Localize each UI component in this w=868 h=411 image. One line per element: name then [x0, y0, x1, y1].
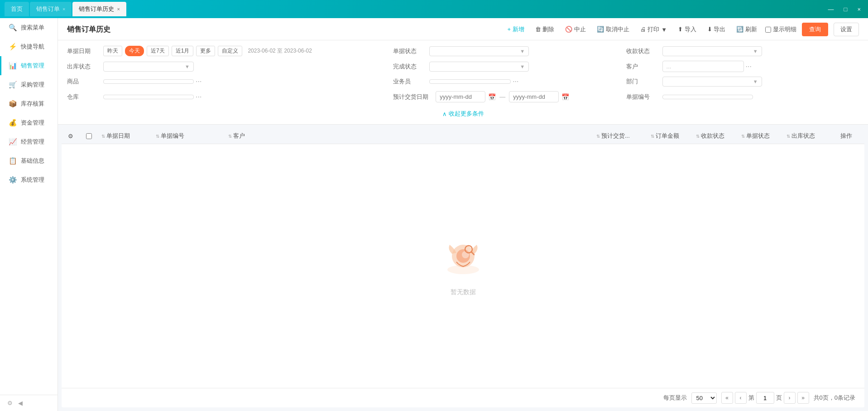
- sidebar-item-search-menu[interactable]: 🔍 搜索菜单: [0, 18, 58, 37]
- delete-button[interactable]: 🗑 删除: [532, 24, 557, 35]
- sidebar-settings-icon[interactable]: ⚙: [7, 400, 13, 406]
- bill-status-select[interactable]: ▼: [429, 46, 529, 56]
- col-amount-header[interactable]: ⇅ 订单金额: [647, 132, 692, 140]
- delivery-date-to[interactable]: [509, 91, 559, 102]
- window-close[interactable]: ×: [854, 5, 863, 14]
- bill-number-input[interactable]: [662, 95, 753, 99]
- complete-status-chevron: ▼: [520, 64, 525, 69]
- col-date-header[interactable]: ⇅ 单据日期: [98, 132, 152, 140]
- print-button[interactable]: 🖨 打印 ▼: [638, 24, 670, 35]
- export-button[interactable]: ⬇ 导出: [705, 24, 729, 35]
- customer-dots[interactable]: ...: [667, 63, 671, 70]
- sort-receipt-icon: ⇅: [696, 134, 700, 139]
- sidebar-item-basic-info[interactable]: 📋 基础信息: [0, 151, 58, 170]
- calendar-from-icon[interactable]: 📅: [488, 93, 496, 101]
- sidebar-item-quick-nav[interactable]: ⚡ 快捷导航: [0, 37, 58, 56]
- calendar-to-icon[interactable]: 📅: [561, 93, 569, 101]
- filter-date-col: 单据日期 昨天 今天 近7天 近1月 更多 自定义 2023-06-02 至 2…: [67, 46, 393, 56]
- customer-dots-btn[interactable]: ···: [744, 63, 753, 71]
- cancel-stop-button[interactable]: 🔄 取消中止: [594, 24, 632, 35]
- settings-button[interactable]: 设置: [834, 23, 859, 36]
- empty-text: 暂无数据: [451, 288, 476, 296]
- svg-point-3: [462, 251, 469, 258]
- tab-sales-order[interactable]: 销售订单 ×: [30, 2, 72, 16]
- department-label: 部门: [626, 77, 662, 86]
- warehouse-label: 仓库: [67, 93, 103, 101]
- top-bar: 首页 销售订单 × 销售订单历史 × — □ ×: [0, 0, 868, 18]
- quick-nav-icon: ⚡: [9, 43, 17, 51]
- tab-sales-order-history[interactable]: 销售订单历史 ×: [72, 2, 126, 16]
- date-more-btn[interactable]: 更多: [196, 46, 215, 56]
- show-detail-checkbox[interactable]: [765, 27, 771, 33]
- window-minimize[interactable]: —: [825, 5, 837, 14]
- stop-button[interactable]: 🚫 中止: [562, 24, 589, 35]
- col-receipt-header[interactable]: ⇅ 收款状态: [692, 132, 738, 140]
- date-1month-btn[interactable]: 近1月: [172, 46, 194, 56]
- filter-row-3: 商品 ··· 业务员 ··· 部门: [67, 77, 859, 87]
- sidebar-item-finance[interactable]: 💰 资金管理: [0, 113, 58, 132]
- sidebar-item-quick-nav-label: 快捷导航: [21, 43, 44, 51]
- query-button[interactable]: 查询: [802, 23, 828, 36]
- date-today-btn[interactable]: 今天: [125, 46, 144, 56]
- next-page-btn[interactable]: ›: [784, 392, 796, 404]
- col-stock-header[interactable]: ⇅ 出库状态: [783, 132, 828, 140]
- salesperson-dots-btn[interactable]: ···: [511, 77, 520, 86]
- salesperson-input[interactable]: [429, 79, 511, 84]
- department-select[interactable]: ▼: [662, 77, 762, 87]
- date-yesterday-btn[interactable]: 昨天: [103, 46, 122, 56]
- sidebar-item-inventory[interactable]: 📦 库存核算: [0, 94, 58, 113]
- tab-sales-order-close[interactable]: ×: [62, 6, 65, 12]
- sidebar-item-purchase[interactable]: 🛒 采购管理: [0, 75, 58, 94]
- empty-illustration: [441, 236, 486, 281]
- sidebar-collapse-icon[interactable]: ◀: [18, 400, 23, 406]
- filter-warehouse-col: 仓库 ···: [67, 93, 393, 101]
- col-number-header[interactable]: ⇅ 单据编号: [152, 132, 225, 140]
- bill-status-label: 单据状态: [393, 47, 429, 55]
- col-customer-header[interactable]: ⇅ 客户: [225, 132, 593, 140]
- complete-status-select[interactable]: ▼: [429, 62, 529, 72]
- product-label: 商品: [67, 77, 103, 86]
- sidebar: 🔍 搜索菜单 ⚡ 快捷导航 📊 销售管理 🛒 采购管理 📦 库存核算 💰 资金管…: [0, 18, 58, 411]
- col-check[interactable]: [80, 133, 98, 139]
- new-button[interactable]: + 新增: [505, 24, 527, 35]
- prev-page-btn[interactable]: ‹: [735, 392, 747, 404]
- product-input[interactable]: [103, 79, 194, 84]
- filter-section: 单据日期 昨天 今天 近7天 近1月 更多 自定义 2023-06-02 至 2…: [58, 40, 868, 125]
- sort-stock-icon: ⇅: [786, 134, 790, 139]
- filter-bill-number-col: 单据编号: [626, 93, 859, 101]
- sidebar-item-sales[interactable]: 📊 销售管理: [0, 56, 58, 75]
- date-custom-btn[interactable]: 自定义: [218, 46, 242, 56]
- operations-icon: 📈: [9, 138, 17, 146]
- date-7days-btn[interactable]: 近7天: [147, 46, 169, 56]
- window-maximize[interactable]: □: [841, 5, 850, 14]
- warehouse-input[interactable]: [103, 95, 194, 99]
- collapse-btn[interactable]: ∧ 收起更多条件: [67, 107, 859, 119]
- import-button[interactable]: ⬆ 导入: [675, 24, 699, 35]
- page-number-input[interactable]: [756, 392, 774, 404]
- receipt-status-chevron: ▼: [753, 48, 758, 54]
- select-all-checkbox[interactable]: [86, 133, 92, 139]
- tab-home[interactable]: 首页: [5, 2, 29, 16]
- customer-input[interactable]: ...: [662, 61, 744, 72]
- refresh-button[interactable]: 🔃 刷新: [734, 24, 760, 35]
- col-delivery-header[interactable]: ⇅ 预计交货...: [593, 132, 647, 140]
- col-bill-header[interactable]: ⇅ 单据状态: [738, 132, 783, 140]
- col-settings[interactable]: ⚙: [62, 133, 80, 140]
- tab-sales-order-history-close[interactable]: ×: [117, 6, 120, 12]
- stock-out-select[interactable]: ▼: [103, 62, 194, 72]
- delivery-date-label: 预计交货日期: [393, 93, 434, 101]
- delivery-date-from[interactable]: [436, 91, 485, 102]
- page-title: 销售订单历史: [67, 25, 110, 34]
- warehouse-dots-btn[interactable]: ···: [194, 93, 203, 101]
- receipt-status-select[interactable]: ▼: [662, 46, 762, 56]
- filter-salesperson-col: 业务员 ···: [393, 77, 626, 86]
- sidebar-item-operations[interactable]: 📈 经营管理: [0, 132, 58, 151]
- first-page-btn[interactable]: «: [721, 392, 733, 404]
- product-dots-btn[interactable]: ···: [194, 77, 203, 86]
- col-op-header: 操作: [828, 132, 864, 140]
- page-size-select[interactable]: 10 20 50 100: [691, 392, 717, 404]
- last-page-btn[interactable]: »: [797, 392, 809, 404]
- col-number-label: 单据编号: [161, 132, 184, 140]
- tab-sales-order-label: 销售订单: [36, 5, 60, 13]
- sidebar-item-system[interactable]: ⚙️ 系统管理: [0, 170, 58, 189]
